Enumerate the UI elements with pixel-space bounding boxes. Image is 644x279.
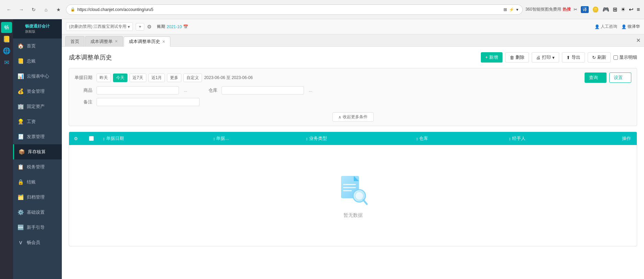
sidebar-item-membership[interactable]: V 畅会员 [13, 235, 62, 250]
sidebar-item-closing[interactable]: 🔒 结账 [13, 175, 62, 190]
new-button[interactable]: + 新增 [481, 52, 502, 63]
rail-icon-total[interactable]: 📒 [1, 34, 12, 45]
collapse-button[interactable]: ∧ 收起更多条件 [332, 112, 374, 122]
tab-cost-adjust[interactable]: 成本调整单 ✕ [85, 36, 123, 46]
page-content: 成本调整单历史 + 新增 🗑 删除 🖨 打印 ▾ ⬆ 导出 [62, 47, 644, 279]
warehouse-label: 仓库 [200, 87, 217, 93]
calendar-icon[interactable]: 📅 [183, 24, 188, 29]
date-filter-label: 单据日期 [75, 75, 92, 81]
sidebar-item-tax[interactable]: 📋 税务管理 [13, 159, 62, 175]
translate-icon: 译 [581, 6, 589, 13]
print-dropdown-icon: ▾ [552, 55, 555, 60]
warehouse-more-icon[interactable]: ... [309, 88, 312, 93]
add-tab-button[interactable]: + [136, 23, 144, 31]
tab-home[interactable]: 首页 [65, 36, 84, 46]
goods-input[interactable] [97, 86, 179, 94]
table-container: ⚙ ↕ 单据日期 ↕ 单据... ↕ 业务类型 [69, 132, 637, 246]
th-settings[interactable]: ⚙ [69, 136, 83, 141]
th-type[interactable]: ↕ 业务类型 [303, 135, 413, 142]
warehouse-input[interactable] [222, 86, 304, 94]
home-button[interactable]: ⌂ [41, 5, 51, 14]
tab-cost-adjust-close[interactable]: ✕ [115, 39, 118, 44]
close-window-button[interactable]: ✕ [633, 34, 644, 46]
user-menu[interactable]: 👤 徐泽华 [621, 24, 640, 30]
th-person-label: 经手人 [512, 135, 526, 142]
sidebar-label-funds: 资金管理 [27, 88, 45, 94]
sidebar-item-inventory[interactable]: 📦 库存核算 [13, 144, 62, 159]
sidebar-item-archive[interactable]: 🗂️ 归档管理 [13, 190, 62, 205]
sidebar-item-settings[interactable]: ⚙️ 基础设置 [13, 205, 62, 220]
svg-line-6 [363, 200, 367, 204]
th-actions-label: 操作 [622, 135, 631, 142]
sidebar-label-reports: 云报表中心 [27, 73, 49, 79]
sidebar-item-payroll[interactable]: 👷 工资 [13, 114, 62, 129]
forward-button[interactable]: → [16, 5, 26, 14]
th-actions: 操作 [616, 135, 637, 142]
th-checkbox[interactable] [83, 136, 100, 141]
date-range-text: 2023-06-06 至 2023-06-06 [204, 75, 252, 81]
reports-icon: 📊 [17, 73, 24, 79]
delete-label: 删除 [516, 54, 524, 60]
sidebar-label-fixed-assets: 固定资产 [27, 103, 45, 110]
query-button[interactable]: 查询 [585, 72, 607, 83]
settings-filter-button[interactable]: 设置 [609, 72, 631, 83]
sidebar-item-reports[interactable]: 📊 云报表中心 [13, 69, 62, 84]
undo-icon: ↩ [629, 6, 633, 13]
delete-button[interactable]: 🗑 删除 [505, 52, 529, 63]
browser-bar: ← → ↻ ⌂ ★ 🔒 https://cloud.chanjet.com/ac… [0, 0, 644, 19]
date-yesterday-btn[interactable]: 昨天 [97, 74, 111, 82]
date-custom-btn[interactable]: 自定义 [183, 74, 202, 82]
tab-bar: 首页 成本调整单 ✕ 成本调整单历史 ✕ [62, 34, 644, 47]
rail-icon-envelope[interactable]: ✉ [1, 57, 12, 68]
display-checkbox[interactable] [613, 55, 618, 60]
fixed-assets-icon: 🏢 [17, 103, 24, 110]
sidebar-item-ledger[interactable]: 📒 总账 [13, 54, 62, 69]
date-today-btn[interactable]: 今天 [113, 74, 127, 82]
export-button[interactable]: ⬆ 导出 [562, 52, 585, 63]
back-button[interactable]: ← [4, 5, 14, 14]
remark-input[interactable] [97, 98, 200, 106]
sidebar-item-invoice[interactable]: 🧾 发票管理 [13, 129, 62, 144]
app-container: 畅 📒 🌐 ✉ 畅捷通好会计 旗舰版 🏠 首页 📒 总账 📊 云报表中心 [0, 19, 644, 279]
inventory-icon: 📦 [18, 149, 25, 155]
game-icon: 🎮 [602, 6, 609, 13]
bookmark-button[interactable]: ★ [54, 5, 63, 14]
apps-icon: ⊞ [504, 7, 507, 12]
sidebar-item-funds[interactable]: 💰 资金管理 [13, 84, 62, 99]
goods-more-icon[interactable]: ... [184, 88, 187, 93]
th-date[interactable]: ↕ 单据日期 [100, 135, 210, 142]
refresh-button[interactable]: ↻ 刷新 [588, 52, 611, 63]
tab-cost-adjust-history-close[interactable]: ✕ [162, 40, 165, 44]
date-1month-btn[interactable]: 近1月 [148, 74, 165, 82]
tenant-label: (勿删勿禁用) 江西服宝测试专用 [69, 24, 126, 30]
coin-icon: 🪙 [592, 6, 599, 13]
date-7days-btn[interactable]: 近7天 [129, 74, 146, 82]
payroll-icon: 👷 [17, 119, 24, 125]
settings-gear-icon[interactable]: ⚙ [147, 24, 151, 30]
sidebar-label-settings: 基础设置 [27, 209, 45, 215]
th-warehouse[interactable]: ↕ 仓库 [413, 135, 506, 142]
sidebar-item-home[interactable]: 🏠 首页 [13, 38, 62, 54]
reload-button[interactable]: ↻ [29, 5, 38, 14]
print-button[interactable]: 🖨 打印 ▾ [532, 52, 559, 63]
date-filter-group: 昨天 今天 近7天 近1月 更多 自定义 2023-06-06 至 2023-0… [97, 74, 253, 82]
sort-person-icon: ↕ [509, 136, 511, 141]
display-switch[interactable]: 显示明细 [613, 54, 637, 60]
th-doc[interactable]: ↕ 单据... [210, 135, 303, 142]
collapse-label: 收起更多条件 [343, 114, 368, 120]
home-icon: 🏠 [17, 43, 24, 49]
th-type-label: 业务类型 [309, 135, 327, 142]
rail-icon-social[interactable]: 🌐 [1, 45, 12, 56]
empty-text: 暂无数据 [343, 212, 363, 219]
url-bar[interactable]: 🔒 https://cloud.chanjet.com/accounting/u… [66, 4, 523, 15]
select-all-checkbox[interactable] [89, 136, 94, 141]
export-icon: ⬆ [566, 55, 570, 60]
date-more-btn[interactable]: 更多 [167, 74, 181, 82]
sidebar-item-fixed-assets[interactable]: 🏢 固定资产 [13, 99, 62, 114]
tenant-select[interactable]: (勿删勿禁用) 江西服宝测试专用 ▾ [66, 22, 133, 31]
tab-cost-adjust-history[interactable]: 成本调整单历史 ✕ [124, 36, 170, 47]
th-person[interactable]: ↕ 经手人 [506, 135, 616, 142]
sidebar-item-guide[interactable]: 🆕 新手引导 [13, 220, 62, 235]
support-link[interactable]: 👤 人工咨询 [595, 24, 617, 30]
rail-icon-app[interactable]: 畅 [1, 22, 12, 33]
